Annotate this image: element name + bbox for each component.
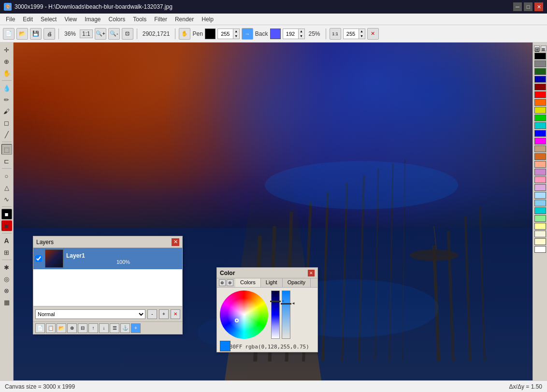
- palette-color-sky[interactable]: [534, 200, 546, 206]
- palette-color-lavender[interactable]: [534, 184, 546, 191]
- burn-tool[interactable]: ⊗: [1, 285, 12, 296]
- current-color-swatch[interactable]: [220, 341, 230, 351]
- line-tool[interactable]: ╱: [1, 129, 12, 140]
- palette-color-dred[interactable]: [534, 84, 546, 90]
- menu-tools[interactable]: Tools: [129, 15, 150, 24]
- layer-from-file[interactable]: 📂: [57, 323, 66, 333]
- pencil-tool[interactable]: ✏: [1, 94, 12, 105]
- zoom-in-button[interactable]: 🔍+: [95, 28, 106, 40]
- extra-spinbox[interactable]: 255 ▲ ▼: [343, 29, 365, 39]
- hand-tool-btn[interactable]: ✋: [179, 28, 190, 40]
- palette-color-blue[interactable]: [534, 130, 546, 137]
- palette-color-tan[interactable]: [534, 145, 546, 152]
- color-dialog-close[interactable]: ✕: [308, 270, 315, 276]
- layers-panel-header[interactable]: Layers ✕: [33, 236, 182, 248]
- extra-clear-button[interactable]: ✕: [367, 28, 379, 40]
- layers-close-button[interactable]: ✕: [172, 238, 179, 246]
- back-up[interactable]: ▲: [299, 29, 304, 34]
- palette-color-red[interactable]: [534, 91, 546, 98]
- smudge-tool[interactable]: ◎: [1, 274, 12, 284]
- select-rect-tool[interactable]: ⬚: [1, 144, 12, 155]
- layer-copy[interactable]: 📋: [46, 323, 56, 333]
- fg-color-swatch[interactable]: ■: [1, 209, 12, 219]
- palette-color-cyan[interactable]: [534, 122, 546, 129]
- palette-color-pink[interactable]: [534, 176, 546, 183]
- tab-light[interactable]: Light: [261, 278, 283, 287]
- color-tab-icon-2[interactable]: ⊗: [227, 279, 233, 286]
- wand-tool[interactable]: ✱: [1, 262, 12, 273]
- menu-view[interactable]: View: [60, 15, 81, 24]
- menu-file[interactable]: File: [2, 15, 19, 24]
- palette-color-lpurple[interactable]: [534, 169, 546, 175]
- palette-color-brown[interactable]: [534, 153, 546, 160]
- new-button[interactable]: 📄: [3, 28, 14, 40]
- palette-list[interactable]: ≡: [541, 45, 547, 51]
- layer-zoom-in[interactable]: +: [159, 309, 169, 319]
- color-tab-icon-1[interactable]: ⊕: [219, 279, 226, 286]
- brush-tool[interactable]: 🖌: [1, 106, 12, 116]
- palette-color-lblue[interactable]: [534, 192, 546, 199]
- gradient-tool[interactable]: ▦: [1, 297, 12, 307]
- menu-colors[interactable]: Colors: [105, 15, 130, 24]
- maximize-button[interactable]: □: [524, 2, 533, 11]
- color-wheel-container[interactable]: [220, 290, 268, 339]
- pen-color-swatch[interactable]: [205, 29, 216, 39]
- palette-settings[interactable]: ⊞: [534, 45, 540, 51]
- layer-move-down[interactable]: ↓: [99, 323, 109, 333]
- extra-display-btn[interactable]: 1:1: [330, 28, 341, 40]
- palette-color-dblue[interactable]: [534, 76, 546, 83]
- blend-mode-select[interactable]: Normal Multiply Screen Overlay: [35, 309, 145, 319]
- move-tool[interactable]: ✛: [1, 44, 12, 55]
- layer-item[interactable]: Layer1 100%: [33, 248, 182, 269]
- layer-new[interactable]: 📄: [35, 323, 45, 333]
- extra-up[interactable]: ▲: [359, 29, 365, 34]
- close-button[interactable]: ✕: [534, 2, 543, 11]
- palette-color-cream[interactable]: [534, 238, 546, 245]
- zoom-out-button[interactable]: 🔍-: [108, 28, 120, 40]
- bg-color-swatch[interactable]: ■: [1, 220, 12, 231]
- pen-value-spinbox[interactable]: 255 ▲ ▼: [217, 29, 240, 39]
- menu-image[interactable]: Image: [81, 15, 104, 24]
- print-button[interactable]: 🖨: [43, 28, 55, 40]
- zoom-tool[interactable]: ⊕: [1, 56, 12, 67]
- menu-render[interactable]: Render: [171, 15, 198, 24]
- pen-copy-button[interactable]: →: [242, 28, 253, 40]
- layer-delete[interactable]: ✕: [171, 309, 180, 319]
- layer-select-all[interactable]: ☰: [110, 323, 119, 333]
- color-dialog-header[interactable]: Color ✕: [217, 268, 317, 278]
- save-button[interactable]: 💾: [30, 28, 42, 40]
- palette-color-peach[interactable]: [534, 161, 546, 168]
- palette-color-yellow[interactable]: [534, 107, 546, 114]
- back-down[interactable]: ▼: [299, 34, 304, 39]
- menu-edit[interactable]: Edit: [19, 15, 37, 24]
- layer-move-up[interactable]: ↑: [88, 323, 98, 333]
- palette-color-dgreen[interactable]: [534, 68, 546, 75]
- eyedropper-tool[interactable]: 💧: [1, 83, 12, 93]
- hue-slider[interactable]: [271, 290, 280, 339]
- palette-color-teal[interactable]: [534, 207, 546, 214]
- palette-color-green[interactable]: [534, 115, 546, 121]
- extra-down[interactable]: ▼: [359, 34, 365, 39]
- hand-tool[interactable]: ✋: [1, 68, 12, 78]
- lasso-tool[interactable]: ∿: [1, 194, 12, 204]
- back-value-spinbox[interactable]: 192 ▲ ▼: [283, 29, 305, 39]
- minimize-button[interactable]: ─: [513, 2, 522, 11]
- palette-color-dgray[interactable]: [534, 60, 546, 67]
- select-freehand-tool[interactable]: ⊏: [1, 156, 12, 166]
- back-color-swatch[interactable]: [270, 29, 281, 39]
- open-button[interactable]: 📂: [16, 28, 28, 40]
- triangle-tool[interactable]: △: [1, 182, 12, 193]
- pen-up[interactable]: ▲: [233, 29, 239, 34]
- layer-anchor[interactable]: ⚓: [120, 323, 130, 333]
- palette-color-orange[interactable]: [534, 99, 546, 106]
- palette-color-magenta[interactable]: [534, 138, 546, 145]
- palette-color-white[interactable]: [534, 246, 546, 253]
- palette-color-black[interactable]: [534, 53, 546, 59]
- layer-flatten[interactable]: ⊟: [78, 323, 87, 333]
- text-tool[interactable]: A: [1, 235, 12, 246]
- eraser-tool[interactable]: ◻: [1, 117, 12, 128]
- layer-visibility-checkbox[interactable]: [35, 255, 42, 262]
- ellipse-tool[interactable]: ○: [1, 171, 12, 181]
- zoom-1to1[interactable]: 1:1: [80, 29, 93, 38]
- layer-zoom-out[interactable]: -: [147, 309, 157, 319]
